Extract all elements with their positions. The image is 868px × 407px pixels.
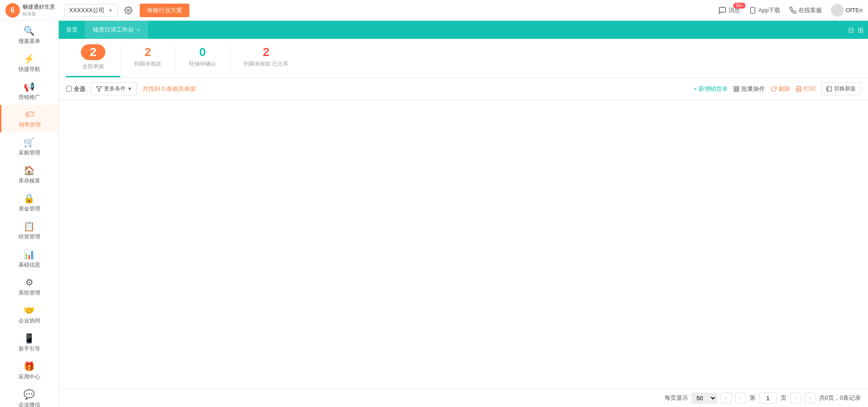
settings-button[interactable] <box>122 4 135 17</box>
toolbar-right: + 新增销货单 批量操作 刷新 打印 <box>693 82 861 95</box>
svg-rect-5 <box>737 86 739 88</box>
search-icon: 🔍 <box>24 25 35 36</box>
guide-icon: 📱 <box>24 333 35 344</box>
switch-new-version-button[interactable]: 切换新版 <box>821 82 861 95</box>
sidebar-search[interactable]: 🔍 搜索菜单 <box>0 21 58 49</box>
refresh-icon <box>770 86 777 92</box>
svg-rect-6 <box>737 89 739 91</box>
app-center-icon: 🎁 <box>24 361 35 372</box>
stat-all[interactable]: 2 全部单据 <box>66 39 120 77</box>
tab-close-button[interactable]: × <box>137 26 140 33</box>
tab-actions: ⊟ ⊞ <box>844 21 868 39</box>
basic-icon: 📊 <box>24 249 35 260</box>
trial-button[interactable]: 体验行业方案 <box>140 4 189 17</box>
print-icon <box>796 86 802 92</box>
online-service-button[interactable]: 在线客服 <box>789 6 822 14</box>
logo-text: 畅捷通好生意 标准版 <box>23 4 55 17</box>
chevron-down-icon: ▼ <box>108 8 113 13</box>
tab-home[interactable]: 首页 <box>59 21 85 39</box>
page-number-input[interactable] <box>759 393 777 403</box>
sidebar-item-enterprise[interactable]: 🤝 企业协同 <box>0 300 58 328</box>
total-records-label: 共0页，0条记录 <box>819 394 861 402</box>
toolbar: 全选 更多条件 ▼ 共找到 0 条相关单据 + 新增销货单 <box>59 78 868 100</box>
sidebar: 🔍 搜索菜单 ⚡ 快捷导航 📢 营销推广 🏷 销售管理 🛒 采购管理 🏠 库存核… <box>0 21 59 407</box>
per-page-select[interactable]: 50 100 200 <box>692 393 717 403</box>
sidebar-item-basic[interactable]: 📊 基础信息 <box>0 244 58 272</box>
avatar <box>831 4 844 17</box>
batch-operation-button[interactable]: 批量操作 <box>733 85 765 93</box>
company-selector[interactable]: XXXXXX公司 ▼ <box>64 4 118 17</box>
purchase-icon: 🛒 <box>24 137 35 148</box>
stats-row: 2 全部单据 2 到期未收款 0 旺铺待确认 2 到期未收款 已出库 <box>59 39 868 78</box>
sales-icon: 🏷 <box>25 109 34 120</box>
select-all-checkbox[interactable]: 全选 <box>66 85 85 93</box>
filter-icon <box>96 86 102 92</box>
sidebar-item-inventory[interactable]: 🏠 库存核算 <box>0 160 58 188</box>
svg-rect-7 <box>734 89 736 91</box>
switch-icon <box>826 86 832 92</box>
enterprise-icon: 🤝 <box>24 305 35 316</box>
tab-workbench[interactable]: 钱货日清工作台 × <box>85 21 148 39</box>
funds-icon: 🔒 <box>24 193 35 204</box>
chevron-down-icon: ▼ <box>127 86 132 91</box>
per-page-label: 每页显示 <box>665 394 688 402</box>
system-icon: ⚙ <box>25 277 33 288</box>
page-footer: 每页显示 50 100 200 « ‹ 第 页 › » 共0页，0条记录 <box>59 388 868 407</box>
batch-icon <box>733 86 740 92</box>
sidebar-item-system[interactable]: ⚙ 系统管理 <box>0 272 58 300</box>
more-filter-button[interactable]: 更多条件 ▼ <box>91 82 137 95</box>
print-button[interactable]: 打印 <box>796 85 816 93</box>
last-page-button[interactable]: » <box>805 393 816 403</box>
svg-marker-3 <box>96 86 102 91</box>
avatar-area[interactable]: OfTEn <box>831 4 863 17</box>
operation-icon: 📋 <box>24 221 35 232</box>
sidebar-item-quick-nav[interactable]: ⚡ 快捷导航 <box>0 49 58 77</box>
main-layout: 🔍 搜索菜单 ⚡ 快捷导航 📢 营销推广 🏷 销售管理 🛒 采购管理 🏠 库存核… <box>0 21 868 407</box>
sidebar-item-guide[interactable]: 📱 新手引导 <box>0 328 58 356</box>
svg-rect-9 <box>827 86 832 91</box>
sidebar-item-funds[interactable]: 🔒 资金管理 <box>0 188 58 216</box>
sidebar-item-app-center[interactable]: 🎁 应用中心 <box>0 356 58 384</box>
sidebar-item-wechat[interactable]: 💬 企业微信 <box>0 384 58 407</box>
page-content: 2 全部单据 2 到期未收款 0 旺铺待确认 2 到期未收款 已出库 <box>59 39 868 407</box>
svg-point-0 <box>127 9 130 11</box>
logo-icon: 6 <box>5 3 20 18</box>
svg-rect-4 <box>734 86 736 88</box>
page-label: 第 <box>750 394 755 402</box>
inventory-icon: 🏠 <box>24 165 35 176</box>
sidebar-item-operation[interactable]: 📋 经营管理 <box>0 216 58 244</box>
username-label: OfTEn <box>845 7 863 14</box>
select-all-input[interactable] <box>66 86 72 92</box>
svg-rect-8 <box>797 89 801 92</box>
tab-minimize-button[interactable]: ⊟ <box>848 26 854 34</box>
stat-overdue-out[interactable]: 2 到期未收款 已出库 <box>230 39 302 77</box>
wechat-icon: 💬 <box>24 389 35 400</box>
header-right: 消息 99+ App下载 在线客服 OfTEn <box>718 4 863 17</box>
prev-page-button[interactable]: ‹ <box>735 393 746 403</box>
app-download-button[interactable]: App下载 <box>749 6 780 14</box>
message-button[interactable]: 消息 99+ <box>718 6 740 14</box>
table-area <box>59 100 868 388</box>
refresh-button[interactable]: 刷新 <box>770 85 790 93</box>
top-header: 6 畅捷通好生意 标准版 XXXXXX公司 ▼ 体验行业方案 消息 99+ Ap… <box>0 0 868 21</box>
next-page-button[interactable]: › <box>790 393 801 403</box>
quick-nav-icon: ⚡ <box>24 53 35 64</box>
sidebar-item-purchase[interactable]: 🛒 采购管理 <box>0 132 58 160</box>
sidebar-item-sales[interactable]: 🏷 销售管理 <box>0 105 58 132</box>
message-badge: 99+ <box>733 3 745 9</box>
tab-maximize-button[interactable]: ⊞ <box>858 26 863 34</box>
add-sales-order-button[interactable]: + 新增销货单 <box>693 85 728 93</box>
svg-rect-1 <box>751 7 755 13</box>
stat-pending[interactable]: 0 旺铺待确认 <box>175 39 230 77</box>
page-label2: 页 <box>781 394 787 402</box>
found-count: 共找到 0 条相关单据 <box>142 85 196 93</box>
first-page-button[interactable]: « <box>721 393 731 403</box>
logo-area: 6 畅捷通好生意 标准版 <box>5 3 64 18</box>
content-area: 首页 钱货日清工作台 × ⊟ ⊞ 2 全部单据 <box>59 21 868 407</box>
sidebar-item-marketing[interactable]: 📢 营销推广 <box>0 77 58 105</box>
stat-overdue[interactable]: 2 到期未收款 <box>121 39 175 77</box>
marketing-icon: 📢 <box>24 81 35 92</box>
tab-bar: 首页 钱货日清工作台 × ⊟ ⊞ <box>59 21 868 39</box>
